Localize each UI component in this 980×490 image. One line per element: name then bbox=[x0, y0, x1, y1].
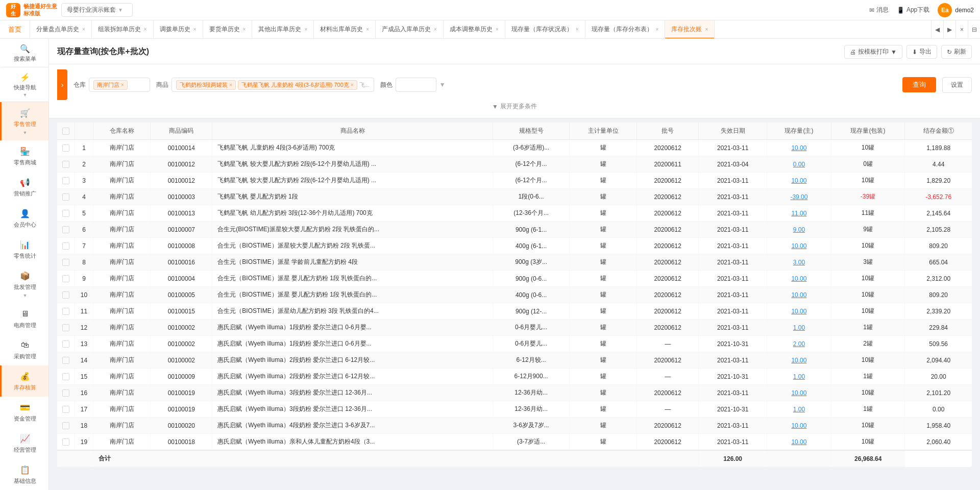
row-qty-main[interactable]: 3.00 bbox=[767, 254, 831, 271]
row-checkbox[interactable] bbox=[57, 189, 75, 205]
company-selector[interactable]: 母婴行业演示账套 ▼ bbox=[61, 3, 133, 17]
sidebar-item-inventory[interactable]: 💰 库存核算 bbox=[0, 365, 48, 397]
tab-close-2[interactable]: × bbox=[144, 27, 147, 32]
sidebar-item-wholesale[interactable]: 📦 批发管理 ▼ bbox=[0, 265, 48, 303]
export-button[interactable]: ⬇ 导出 bbox=[906, 45, 937, 59]
product-tag-2-close[interactable]: × bbox=[351, 82, 354, 88]
warehouse-tag-area[interactable]: 南岸门店 × bbox=[89, 78, 150, 92]
color-dropdown-arrow[interactable]: ▼ bbox=[439, 81, 446, 88]
sidebar-item-marketing[interactable]: 📢 营销推广 bbox=[0, 172, 48, 203]
tab-yaohuo[interactable]: 要货单历史 × bbox=[203, 20, 253, 39]
row-qty-main[interactable]: 1.00 bbox=[767, 369, 831, 385]
row-checkbox[interactable] bbox=[57, 320, 75, 336]
tab-close-11[interactable]: × bbox=[705, 27, 708, 32]
row-qty-main[interactable]: 10.00 bbox=[767, 271, 831, 287]
row-qty-main[interactable]: 10.00 bbox=[767, 385, 831, 401]
tab-diaobo[interactable]: 调拨单历史 × bbox=[154, 20, 203, 39]
tab-qita-chuku[interactable]: 其他出库单历史 × bbox=[252, 20, 314, 39]
row-qty-main[interactable]: 2.00 bbox=[767, 336, 831, 352]
row-qty-main[interactable]: 9.00 bbox=[767, 222, 831, 238]
sidebar-item-members[interactable]: 👤 会员中心 bbox=[0, 203, 48, 234]
query-button[interactable]: 查询 bbox=[902, 77, 936, 92]
refresh-button[interactable]: ↻ 刷新 bbox=[941, 45, 972, 59]
tab-close-10[interactable]: × bbox=[656, 27, 659, 32]
tab-xiancunliang-kufenbu[interactable]: 现存量（库存分布表） × bbox=[585, 20, 666, 39]
tab-close-7[interactable]: × bbox=[434, 27, 437, 32]
row-checkbox[interactable] bbox=[57, 303, 75, 320]
tab-close-all-btn[interactable]: × bbox=[955, 20, 968, 39]
row-checkbox[interactable] bbox=[57, 156, 75, 173]
tab-close-9[interactable]: × bbox=[576, 27, 579, 32]
row-checkbox[interactable] bbox=[57, 205, 75, 222]
tab-zuhe[interactable]: 组装拆卸单历史 × bbox=[92, 20, 154, 39]
row-checkbox[interactable] bbox=[57, 173, 75, 189]
product-more[interactable]: 飞... bbox=[359, 81, 370, 89]
sidebar-item-operations[interactable]: 📈 经营管理 bbox=[0, 428, 48, 459]
filter-expand-sidebar-btn[interactable]: › bbox=[57, 69, 67, 100]
row-qty-main[interactable]: 0.00 bbox=[767, 156, 831, 173]
tab-home[interactable]: 首页 bbox=[0, 20, 30, 39]
tab-close-8[interactable]: × bbox=[496, 27, 499, 32]
tab-close-3[interactable]: × bbox=[193, 27, 197, 32]
row-checkbox[interactable] bbox=[57, 287, 75, 303]
row-spec: 900g (3岁... bbox=[493, 254, 569, 271]
app-download-button[interactable]: 📱 App下载 bbox=[897, 6, 929, 14]
tab-chanpin-ruku[interactable]: 产成品入库单历史 × bbox=[376, 20, 444, 39]
sidebar-item-retail-stats[interactable]: 📊 零售统计 bbox=[0, 234, 48, 265]
row-checkbox[interactable] bbox=[57, 352, 75, 369]
tab-cailiao-chuku[interactable]: 材料出库单历史 × bbox=[314, 20, 376, 39]
color-tag-area[interactable] bbox=[396, 78, 436, 92]
sidebar-item-basic-info[interactable]: 📋 基础信息 bbox=[0, 459, 48, 490]
tab-chengben[interactable]: 成本调整单历史 × bbox=[444, 20, 505, 39]
tab-close-4[interactable]: × bbox=[243, 27, 246, 32]
row-checkbox[interactable] bbox=[57, 385, 75, 401]
tab-xiancunliang-kuank[interactable]: 现存量（库存状况表） × bbox=[505, 20, 585, 39]
sidebar-item-retail-shop[interactable]: 🏪 零售商城 bbox=[0, 140, 48, 172]
row-qty-main[interactable]: 10.00 bbox=[767, 287, 831, 303]
product-tag-area[interactable]: 飞鹤奶粉3段两罐装 × 飞鹤星飞帆 儿童奶粉 4段(3-6岁适用) 700克 ×… bbox=[172, 78, 374, 92]
row-qty-main[interactable]: 10.00 bbox=[767, 352, 831, 369]
sidebar-item-purchase[interactable]: 🛍 采购管理 bbox=[0, 334, 48, 365]
row-qty-main[interactable]: 1.00 bbox=[767, 401, 831, 418]
product-tag-1-close[interactable]: × bbox=[229, 82, 232, 88]
row-checkbox[interactable] bbox=[57, 222, 75, 238]
tab-next-btn[interactable]: ▶ bbox=[943, 20, 955, 39]
sidebar-item-finance[interactable]: 💳 资金管理 bbox=[0, 397, 48, 428]
row-checkbox[interactable] bbox=[57, 434, 75, 451]
tab-prev-btn[interactable]: ◀ bbox=[931, 20, 943, 39]
row-checkbox[interactable] bbox=[57, 271, 75, 287]
sidebar-item-ecommerce[interactable]: 🖥 电商管理 bbox=[0, 303, 48, 334]
user-info[interactable]: Ea demo2 bbox=[938, 3, 974, 17]
row-qty-main[interactable]: 10.00 bbox=[767, 173, 831, 189]
row-qty-main[interactable]: 11.00 bbox=[767, 205, 831, 222]
tab-menu-btn[interactable]: ⊟ bbox=[968, 20, 980, 39]
row-checkbox[interactable] bbox=[57, 418, 75, 434]
row-qty-main[interactable]: 10.00 bbox=[767, 140, 831, 156]
row-qty-main[interactable]: -39.00 bbox=[767, 189, 831, 205]
row-checkbox[interactable] bbox=[57, 254, 75, 271]
tab-kucun-pici[interactable]: 库存批次账 × bbox=[665, 20, 715, 39]
tab-close-6[interactable]: × bbox=[366, 27, 369, 32]
tab-close-1[interactable]: × bbox=[82, 27, 85, 32]
row-qty-main[interactable]: 10.00 bbox=[767, 303, 831, 320]
select-all-checkbox[interactable] bbox=[62, 128, 69, 135]
sidebar-item-retail-mgmt[interactable]: 🛒 零售管理 ▼ bbox=[0, 102, 48, 140]
row-checkbox[interactable] bbox=[57, 140, 75, 156]
row-checkbox[interactable] bbox=[57, 238, 75, 254]
settings-button[interactable]: 设置 bbox=[942, 77, 972, 93]
row-checkbox[interactable] bbox=[57, 401, 75, 418]
row-qty-main[interactable]: 10.00 bbox=[767, 434, 831, 451]
row-checkbox[interactable] bbox=[57, 336, 75, 352]
tab-fenpan[interactable]: 分量盘点单历史 × bbox=[30, 20, 92, 39]
message-button[interactable]: ✉ 消息 bbox=[869, 6, 889, 14]
tab-close-5[interactable]: × bbox=[304, 27, 307, 32]
sidebar-item-search[interactable]: 🔍 搜索菜单 bbox=[0, 39, 48, 67]
row-checkbox[interactable] bbox=[57, 369, 75, 385]
sidebar-item-quicknav[interactable]: ⚡ 快捷导航 ▼ bbox=[0, 67, 48, 102]
expand-more-btn[interactable]: ▼ 展开更多条件 bbox=[492, 102, 537, 111]
warehouse-tag-close[interactable]: × bbox=[121, 82, 124, 88]
print-button[interactable]: 🖨 按模板打印 ▼ bbox=[844, 45, 902, 59]
row-qty-main[interactable]: 1.00 bbox=[767, 320, 831, 336]
row-qty-main[interactable]: 10.00 bbox=[767, 238, 831, 254]
row-qty-main[interactable]: 10.00 bbox=[767, 418, 831, 434]
